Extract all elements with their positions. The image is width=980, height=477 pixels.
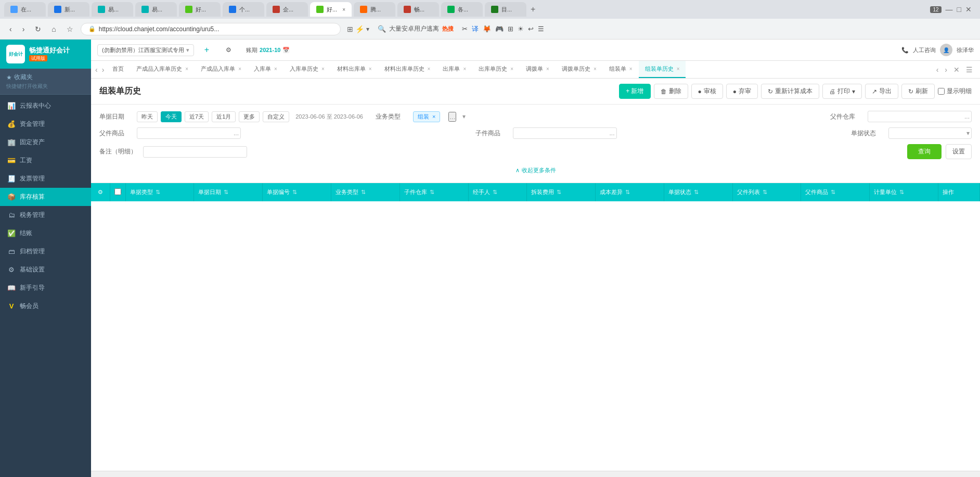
close-browser-button[interactable]: ✕: [965, 5, 972, 14]
tab-nav-right[interactable]: ›: [100, 66, 107, 74]
yesterday-btn[interactable]: 昨天: [137, 111, 158, 122]
refresh-button[interactable]: ↻ 刷新: [901, 84, 935, 99]
dropdown-nav-button[interactable]: ▾: [366, 25, 369, 33]
back-button[interactable]: ‹: [6, 23, 15, 35]
browser-tab-6[interactable]: 个...: [223, 2, 264, 17]
tab-home[interactable]: 首页: [106, 61, 130, 78]
col-parent-goods[interactable]: 父件商品 ⇅: [801, 183, 870, 201]
browser-tab-9[interactable]: 腾...: [354, 2, 395, 17]
remarks-input[interactable]: [143, 146, 247, 158]
receipt-status-select[interactable]: [888, 127, 972, 139]
last1m-btn[interactable]: 近1月: [212, 111, 236, 122]
delete-button[interactable]: 🗑 删除: [654, 84, 688, 99]
business-type-remove[interactable]: ×: [432, 113, 435, 120]
favorites-section[interactable]: ★ 收藏夹 快捷键打开收藏夹: [0, 69, 91, 95]
layout-icon[interactable]: ⊞: [508, 25, 513, 33]
tab-close-2[interactable]: ×: [238, 66, 241, 72]
company-selector[interactable]: (勿删勿禁用）江西服宝测试专用 ▾: [97, 44, 194, 56]
tab-close-8[interactable]: ×: [510, 66, 513, 72]
sidebar-item-settings[interactable]: ⚙ 基础设置: [0, 261, 91, 279]
tab-out-history[interactable]: 出库单历史 ×: [472, 61, 520, 78]
review-button[interactable]: ● 审核: [691, 84, 723, 99]
tab-close-4[interactable]: ×: [321, 66, 325, 72]
address-bar[interactable]: 🔒 https://cloud.chanjet.com/accounting/u…: [81, 23, 341, 35]
sidebar-item-inventory[interactable]: 📦 库存核算: [0, 188, 91, 206]
parent-warehouse-more[interactable]: ...: [964, 113, 970, 120]
tab-material-out[interactable]: 材料出库单 ×: [331, 61, 378, 78]
abandon-button[interactable]: ● 弃审: [726, 84, 758, 99]
col-receipt-type[interactable]: 单据类型 ⇅: [125, 183, 194, 201]
browser-tab-4[interactable]: 易...: [135, 2, 177, 17]
emoji-icon[interactable]: 🦊: [483, 25, 491, 33]
sidebar-item-tax[interactable]: 🗂 税务管理: [0, 206, 91, 224]
tab-stock-in-history[interactable]: 入库单历史 ×: [283, 61, 331, 78]
sidebar-item-finance[interactable]: 💰 资金管理: [0, 115, 91, 133]
add-company-button[interactable]: +: [198, 43, 215, 57]
tab-product-in[interactable]: 产成品入库单 ×: [195, 61, 248, 78]
col-receipt-no[interactable]: 单据编号 ⇅: [263, 183, 331, 201]
tab-out[interactable]: 出库单 ×: [436, 61, 472, 78]
lightning-icon[interactable]: ⚡: [355, 25, 364, 33]
tab-close-9[interactable]: ×: [546, 66, 549, 72]
col-receipt-status[interactable]: 单据状态 ⇅: [664, 183, 732, 201]
sidebar-item-assets[interactable]: 🏢 固定资产: [0, 133, 91, 151]
print-button[interactable]: 🖨 打印 ▾: [822, 84, 862, 99]
tab-scroll-left[interactable]: ‹: [934, 66, 941, 74]
horizontal-scrollbar[interactable]: [91, 471, 980, 477]
grid-icon[interactable]: ⊞: [347, 25, 353, 33]
col-cost-diff[interactable]: 成本差异 ⇅: [595, 183, 664, 201]
calendar-icon[interactable]: 📅: [282, 47, 290, 54]
tab-close-all[interactable]: ✕: [951, 66, 962, 74]
browser-tab-close-8[interactable]: ×: [342, 7, 345, 12]
browser-tab-1[interactable]: 在...: [4, 2, 46, 17]
export-button[interactable]: ↗ 导出: [865, 84, 898, 99]
tab-scroll-right[interactable]: ›: [943, 66, 949, 74]
browser-tab-5[interactable]: 好...: [179, 2, 221, 17]
tab-assembly-history[interactable]: 组装单历史 ×: [639, 61, 686, 78]
col-parent-list[interactable]: 父件列表 ⇅: [732, 183, 801, 201]
tab-material-out-history[interactable]: 材料出库单历史 ×: [378, 61, 437, 78]
tab-close-10[interactable]: ×: [594, 66, 597, 72]
tab-close-11[interactable]: ×: [629, 66, 633, 72]
refresh-browser-button[interactable]: ↻: [32, 23, 44, 35]
browser-tab-7[interactable]: 企...: [266, 2, 308, 17]
sidebar-item-invoice[interactable]: 🧾 发票管理: [0, 170, 91, 188]
sidebar-item-archive[interactable]: 🗃 归档管理: [0, 242, 91, 261]
bookmark-button[interactable]: ☆: [63, 23, 76, 35]
parent-warehouse-input[interactable]: [868, 111, 972, 122]
new-tab-button[interactable]: +: [531, 5, 535, 14]
sidebar-item-guide[interactable]: 📖 新手引导: [0, 279, 91, 297]
tab-transfer-history[interactable]: 调拨单历史 ×: [556, 61, 603, 78]
tab-nav-left[interactable]: ‹: [93, 66, 100, 74]
browser-tab-8[interactable]: 好... ×: [310, 2, 352, 17]
custom-btn[interactable]: 自定义: [263, 111, 289, 122]
parent-goods-more[interactable]: ...: [234, 130, 239, 137]
col-handler[interactable]: 经手人 ⇅: [468, 183, 527, 201]
browser-tab-2[interactable]: 新...: [48, 2, 89, 17]
table-settings-col[interactable]: ⚙: [91, 183, 110, 201]
tab-transfer[interactable]: 调拨单 ×: [520, 61, 556, 78]
tab-product-in-history[interactable]: 产成品入库单历史 ×: [130, 61, 195, 78]
sidebar-item-reports[interactable]: 📊 云报表中心: [0, 97, 91, 115]
col-receipt-date[interactable]: 单据日期 ⇅: [194, 183, 263, 201]
table-checkbox-col[interactable]: [110, 183, 125, 201]
browser-tab-10[interactable]: 畅...: [397, 2, 439, 17]
select-all-checkbox[interactable]: [114, 188, 121, 195]
maximize-button[interactable]: □: [957, 5, 961, 14]
game-icon[interactable]: 🎮: [495, 25, 504, 33]
tab-close-12[interactable]: ×: [677, 66, 680, 72]
settings-filter-button[interactable]: 设置: [946, 144, 972, 159]
scissors-icon[interactable]: ✂: [462, 25, 468, 33]
sidebar-item-salary[interactable]: 💳 工资: [0, 151, 91, 170]
query-button[interactable]: 查询: [907, 144, 942, 159]
business-type-more[interactable]: ...: [448, 112, 456, 122]
translate-icon[interactable]: 译: [472, 24, 479, 34]
show-detail-checkbox-label[interactable]: 显示明细: [938, 87, 972, 96]
theme-icon[interactable]: ☀: [518, 25, 524, 33]
tab-stock-in[interactable]: 入库单 ×: [248, 61, 283, 78]
tab-close-6[interactable]: ×: [428, 66, 431, 72]
browser-tab-3[interactable]: 易...: [92, 2, 133, 17]
parent-goods-input[interactable]: [137, 127, 241, 139]
forward-button[interactable]: ›: [19, 23, 28, 35]
support-label[interactable]: 人工咨询: [913, 46, 936, 54]
